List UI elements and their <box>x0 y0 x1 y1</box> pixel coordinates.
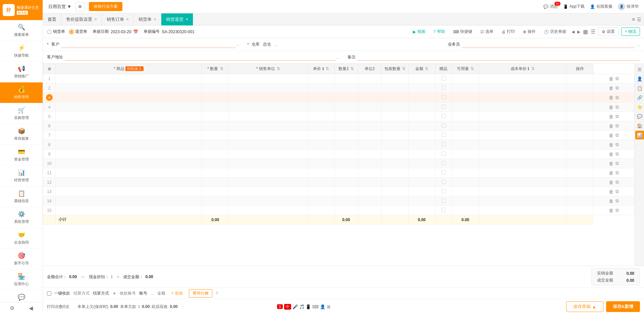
gift-checkbox-13[interactable] <box>441 189 446 193</box>
copy-icon-2[interactable]: ⧉ <box>615 85 619 91</box>
right-icon-1[interactable]: ☰ <box>635 65 644 74</box>
address-input[interactable] <box>65 54 336 61</box>
gift-checkbox-14[interactable] <box>441 198 446 203</box>
add-payment-btn[interactable]: + 添加 <box>169 290 185 297</box>
history-btn[interactable]: 🕐 历史单据 <box>541 28 569 36</box>
qty2-sort-icon[interactable]: ⇅ <box>351 66 354 71</box>
right-icon-3[interactable]: 📋 <box>635 84 644 92</box>
right-icon-5[interactable]: ⭐ <box>635 103 644 111</box>
fee-split-btn[interactable]: 费用分摊 <box>189 289 212 298</box>
delete-icon-12[interactable]: 🗑 <box>609 180 613 185</box>
copy-icon-5[interactable]: ⧉ <box>615 114 619 119</box>
warehouse-dots[interactable]: ... <box>274 42 278 47</box>
copy-icon-4[interactable]: ⧉ <box>615 104 619 110</box>
address-dots[interactable]: ... <box>336 55 339 60</box>
settings-btn[interactable]: ⚙ 设置 <box>598 27 619 36</box>
product-input-11[interactable] <box>58 171 199 175</box>
current-debt-help[interactable]: ℹ <box>138 304 140 309</box>
copy-icon-8[interactable]: ⧉ <box>615 142 619 147</box>
tab-sales-return[interactable]: 销货退货 ✕ <box>161 13 193 25</box>
delete-icon-4[interactable]: 🗑 <box>609 105 613 110</box>
gift-checkbox-6[interactable] <box>441 123 446 128</box>
salesperson-dots[interactable]: ... <box>637 42 640 47</box>
sale-unit-sort-icon[interactable]: ⇅ <box>277 66 280 71</box>
online-service-button[interactable]: 👤 在线客服 <box>590 4 612 9</box>
customer-input[interactable] <box>61 41 236 48</box>
save-new-btn[interactable]: 保存&新增 <box>606 301 640 312</box>
tab-sales-order[interactable]: 销售订单 ✕ <box>102 13 134 25</box>
fee-help-icon[interactable]: ? <box>216 291 218 296</box>
right-icon-6[interactable]: 💬 <box>635 112 644 121</box>
product-input-2[interactable] <box>58 86 199 90</box>
pack-qty-sort-icon[interactable]: ⇅ <box>402 66 406 71</box>
customer-dots[interactable]: ... <box>236 42 239 47</box>
salesperson-input[interactable] <box>462 41 635 48</box>
delete-icon-8[interactable]: 🗑 <box>609 142 613 147</box>
remark-input[interactable] <box>358 54 640 61</box>
collapse-icon[interactable]: ◀ <box>29 305 33 311</box>
discount-help-icon[interactable]: ℹ <box>111 274 113 279</box>
product-input-9[interactable] <box>58 152 199 156</box>
industry-dropdown[interactable]: 日用百货 ▼ <box>48 4 71 10</box>
delete-icon-3[interactable]: 🗑 <box>609 95 613 100</box>
product-input-5[interactable] <box>58 114 199 119</box>
sidebar-item-shortcut[interactable]: ⚡ 快捷导航 <box>0 41 43 62</box>
unit-price-sort-icon[interactable]: ⇅ <box>326 66 329 71</box>
product-input-14[interactable] <box>58 199 199 203</box>
copy-icon-9[interactable]: ⧉ <box>615 151 619 157</box>
sidebar-item-newbie[interactable]: 🎯 新手引导 <box>0 249 43 269</box>
tab-price-set[interactable]: 售价提取设置 ✕ <box>61 13 102 25</box>
copy-icon-10[interactable]: ⧉ <box>615 161 619 166</box>
copy-icon-1[interactable]: ⧉ <box>615 76 619 81</box>
sidebar-item-wechat[interactable]: 💬 企业微信 <box>0 290 43 302</box>
tab-home[interactable]: 首页 <box>43 13 61 25</box>
video-btn[interactable]: ▶ 视频 <box>410 28 428 36</box>
scan-tag[interactable]: 扫码录入 <box>125 66 144 71</box>
tab-close-sales-order[interactable]: ✕ <box>126 17 129 21</box>
radio-sales[interactable]: 销货单 <box>47 29 65 35</box>
right-icon-8[interactable]: 📊 <box>635 131 644 139</box>
one-click-checkbox[interactable] <box>47 291 51 296</box>
nav-prev-icon[interactable]: ◀ <box>572 29 575 34</box>
tab-sales[interactable]: 销货单 ✕ <box>134 13 161 25</box>
nav-next-icon[interactable]: ▶ <box>577 29 580 34</box>
app-download-button[interactable]: 📱 App下载 <box>563 4 585 9</box>
sidebar-item-purchase[interactable]: 🛒 采购管理 <box>0 103 43 124</box>
delete-icon-6[interactable]: 🗑 <box>609 123 613 129</box>
one-click-payment[interactable]: 一键收款 <box>47 291 70 296</box>
delete-icon-14[interactable]: 🗑 <box>609 198 613 204</box>
product-input-6[interactable] <box>58 124 199 128</box>
gift-checkbox-9[interactable] <box>441 151 446 156</box>
delete-icon-15[interactable]: 🗑 <box>609 208 613 213</box>
sidebar-item-marketing[interactable]: 📢 营销推广 <box>0 62 43 82</box>
tab-menu-icon[interactable]: ☰ <box>637 17 641 22</box>
copy-icon-12[interactable]: ⧉ <box>615 179 619 185</box>
gift-checkbox-3[interactable] <box>441 95 446 99</box>
delete-icon-10[interactable]: 🗑 <box>609 161 613 166</box>
help-btn[interactable]: ? 帮助 <box>431 28 448 36</box>
delete-icon-7[interactable]: 🗑 <box>609 133 613 138</box>
right-icon-4[interactable]: 🔗 <box>635 93 644 102</box>
tab-close-sales[interactable]: ✕ <box>154 17 156 21</box>
gift-checkbox-5[interactable] <box>441 114 446 118</box>
delete-icon-5[interactable]: 🗑 <box>609 114 613 119</box>
account-dots[interactable]: ... <box>151 291 154 296</box>
tab-close-price-set[interactable]: ✕ <box>94 17 97 21</box>
product-input-15[interactable] <box>58 208 199 213</box>
sidebar-item-basic[interactable]: 📋 基础信息 <box>0 186 43 207</box>
gift-checkbox-7[interactable] <box>441 133 446 137</box>
qty-sort-icon[interactable]: ⇅ <box>220 66 223 71</box>
gift-checkbox-11[interactable] <box>441 170 446 175</box>
gift-checkbox-8[interactable] <box>441 142 446 146</box>
try-button[interactable]: 体验行业方案 <box>89 2 122 11</box>
grid-view-icon[interactable]: ▦ <box>583 28 588 35</box>
tab-close-all-icon[interactable]: ✕ <box>632 17 636 22</box>
copy-icon-13[interactable]: ⧉ <box>615 189 619 194</box>
print-btn[interactable]: 🖨 打印 <box>499 28 518 36</box>
calendar-icon[interactable]: 📅 <box>133 29 138 34</box>
product-input-1[interactable] <box>58 76 199 81</box>
sidebar-item-system[interactable]: ⚙️ 系统管理 <box>0 207 43 228</box>
add-material-btn[interactable]: + 物流 <box>621 27 640 36</box>
delete-icon-1[interactable]: 🗑 <box>609 76 613 81</box>
delete-icon-13[interactable]: 🗑 <box>609 189 613 194</box>
